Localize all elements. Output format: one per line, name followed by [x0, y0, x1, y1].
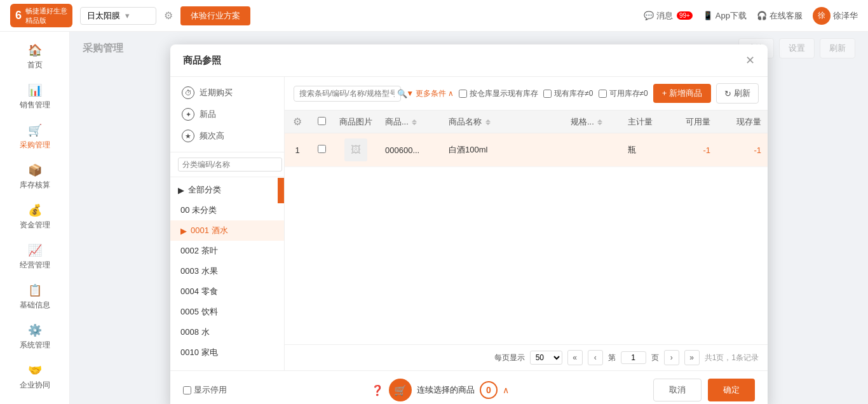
modal-close-button[interactable]: ✕ — [745, 53, 755, 67]
operations-icon: 📈 — [28, 243, 42, 257]
logo-icon: 6 — [15, 9, 22, 22]
prev-page-icon: ‹ — [594, 353, 597, 362]
sidebar-item-purchase[interactable]: 🛒 采购管理 — [0, 117, 69, 157]
next-page-button[interactable]: › — [664, 350, 679, 365]
category-item-beverage[interactable]: 0005 饮料 — [170, 302, 284, 322]
sales-icon: 📊 — [28, 83, 42, 97]
check-warehouse-item[interactable]: 按仓库显示现有库存 — [459, 88, 538, 99]
table-row[interactable]: 1 🖼 000600... 白酒100ml — [285, 133, 768, 167]
show-disabled-input[interactable] — [183, 386, 191, 394]
product-image: 🖼 — [344, 138, 367, 161]
last-page-button[interactable]: » — [684, 350, 700, 365]
show-disabled-checkbox[interactable]: 显示停用 — [183, 384, 227, 396]
sidebar-item-sales-label: 销售管理 — [20, 100, 50, 111]
quick-item-recent-label: 近期购买 — [200, 87, 233, 98]
category-item-snack[interactable]: 0004 零食 — [170, 281, 284, 302]
logo: 6 畅捷通好生意 精品版 — [10, 4, 72, 27]
category-item-tea[interactable]: 0002 茶叶 — [170, 241, 284, 261]
th-name-label: 商品名称 — [449, 117, 482, 126]
nav-online-service[interactable]: 🎧 在线客服 — [757, 10, 803, 22]
check-existing-item[interactable]: 现有库存≠0 — [543, 88, 593, 99]
category-item-fruit[interactable]: 0003 水果 — [170, 261, 284, 281]
cancel-button[interactable]: 取消 — [653, 379, 702, 401]
prev-page-button[interactable]: ‹ — [588, 350, 603, 365]
add-product-button[interactable]: + 新增商品 — [653, 84, 711, 103]
cell-spec — [564, 133, 621, 167]
sidebar: 🏠 首页 📊 销售管理 🛒 采购管理 📦 库存核算 💰 资金管理 📈 经营管理 … — [0, 32, 70, 404]
store-select[interactable]: 日太阳膜 ▾ — [80, 7, 156, 25]
cart-count-badge: 0 — [480, 381, 498, 399]
avatar: 徐 — [813, 7, 831, 25]
filter-more-conditions[interactable]: ▼ 更多条件 ∧ — [406, 88, 454, 99]
first-page-icon: « — [573, 353, 577, 362]
logo-line2: 精品版 — [25, 16, 67, 25]
settings-icon[interactable]: ⚙ — [164, 10, 173, 22]
product-table: ⚙ 商品图片 — [285, 111, 768, 167]
product-search-input[interactable] — [299, 89, 395, 98]
sidebar-item-inventory[interactable]: 📦 库存核算 — [0, 157, 69, 197]
category-search-input[interactable] — [178, 158, 282, 172]
category-item-uncategorized[interactable]: 00 未分类 — [170, 200, 284, 220]
sidebar-item-basic-info[interactable]: 📋 基础信息 — [0, 277, 69, 317]
first-page-button[interactable]: « — [567, 350, 583, 365]
current-page-input[interactable] — [621, 351, 646, 364]
all-category-label: 全部分类 — [188, 184, 221, 196]
category-item-water[interactable]: 0008 水 — [170, 322, 284, 342]
product-reference-modal: 商品参照 ✕ ⏱ 近期购买 ✦ 新 — [170, 44, 768, 404]
quick-item-new[interactable]: ✦ 新品 — [175, 104, 279, 125]
next-page-icon: › — [670, 353, 673, 362]
check-available-input[interactable] — [599, 90, 607, 98]
modal-title: 商品参照 — [183, 55, 221, 67]
check-warehouse-input[interactable] — [459, 90, 467, 98]
sidebar-item-operations-label: 经营管理 — [20, 260, 50, 271]
category-item-all[interactable]: ▶ 全部分类 — [170, 180, 284, 200]
sidebar-item-system-label: 系统管理 — [20, 340, 50, 351]
select-all-checkbox[interactable] — [318, 117, 326, 125]
check-existing-input[interactable] — [543, 90, 552, 98]
sidebar-item-enterprise[interactable]: 🤝 企业协同 — [0, 357, 69, 397]
category-item-liquor[interactable]: ▶ 0001 酒水 — [170, 220, 284, 241]
refresh-button[interactable]: ↻ 刷新 — [716, 83, 759, 104]
quick-item-new-label: 新品 — [200, 109, 216, 120]
check-warehouse-label: 按仓库显示现有库存 — [470, 88, 538, 99]
quick-item-recent[interactable]: ⏱ 近期购买 — [175, 82, 279, 104]
sidebar-item-finance[interactable]: 💰 资金管理 — [0, 197, 69, 237]
nav-messages[interactable]: 💬 消息 99+ — [644, 10, 693, 22]
footer-collapse-button[interactable]: ∧ — [503, 385, 509, 395]
category-uncategorized-label: 00 未分类 — [180, 205, 217, 216]
check-available-item[interactable]: 可用库存≠0 — [599, 88, 648, 99]
th-code-label: 商品... — [385, 117, 409, 126]
help-icon[interactable]: ❓ — [371, 384, 384, 396]
product-search-box: 🔍 — [294, 86, 401, 102]
cart-button[interactable]: 🛒 — [389, 379, 412, 401]
home-icon: 🏠 — [28, 43, 42, 57]
quick-item-frequent[interactable]: ★ 频次高 — [175, 125, 279, 147]
th-unit-label: 主计量 — [628, 117, 653, 126]
sidebar-item-home[interactable]: 🏠 首页 — [0, 37, 69, 77]
category-fruit-label: 0003 水果 — [180, 266, 218, 277]
sidebar-item-guide[interactable]: 🎯 新手引导 — [0, 397, 69, 404]
sidebar-item-sales[interactable]: 📊 销售管理 — [0, 77, 69, 117]
nav-user[interactable]: 徐 徐泽华 — [813, 7, 858, 25]
category-item-appliance[interactable]: 0010 家电 — [170, 342, 284, 363]
sidebar-item-system[interactable]: ⚙️ 系统管理 — [0, 317, 69, 357]
sidebar-collapse-button[interactable]: 《 — [278, 178, 285, 203]
toolbar-right: + 新增商品 ↻ 刷新 — [653, 83, 759, 104]
modal-toolbar: 🔍 ▼ 更多条件 ∧ 按仓库显示现有库存 — [285, 77, 768, 111]
row-checkbox[interactable] — [318, 145, 326, 153]
th-product-name: 商品名称 — [442, 111, 564, 133]
enterprise-icon: 🤝 — [28, 363, 42, 377]
trial-btn[interactable]: 体验行业方案 — [180, 6, 250, 25]
refresh-label: 刷新 — [734, 88, 750, 99]
confirm-button[interactable]: 确定 — [708, 379, 755, 401]
quick-items-list: ⏱ 近期购买 ✦ 新品 ★ 频次高 — [170, 82, 284, 152]
th-img-label: 商品图片 — [339, 117, 372, 126]
nav-app-download[interactable]: 📱 App下载 — [703, 10, 747, 22]
category-tree: ▶ 全部分类 00 未分类 ▶ 0001 酒水 0002 茶 — [170, 177, 284, 365]
message-badge: 99+ — [677, 11, 693, 20]
sidebar-item-operations[interactable]: 📈 经营管理 — [0, 237, 69, 277]
th-product-code: 商品... — [379, 111, 442, 133]
cell-code: 000600... — [379, 133, 442, 167]
column-settings-icon[interactable]: ⚙ — [293, 116, 302, 127]
per-page-select[interactable]: 50 10 20 100 — [530, 351, 562, 365]
